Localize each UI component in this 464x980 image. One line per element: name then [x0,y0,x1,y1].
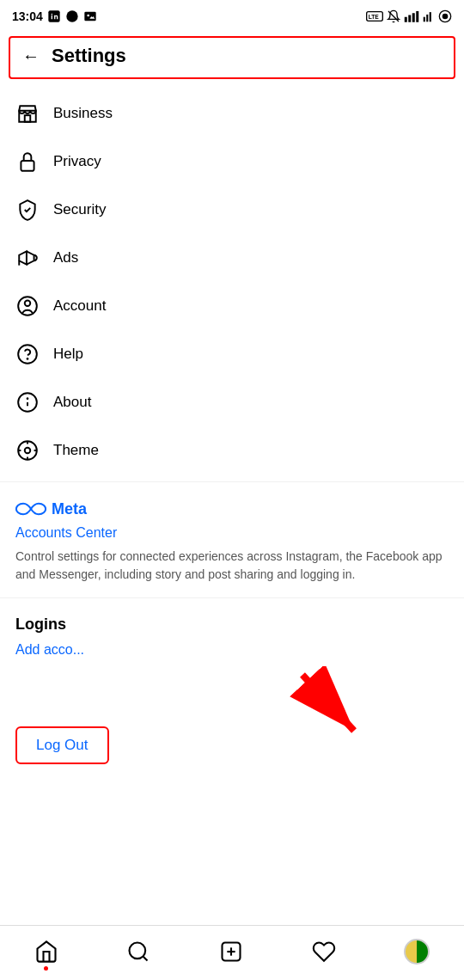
svg-point-22 [18,345,37,364]
svg-line-34 [302,675,354,731]
menu-item-business[interactable]: Business [0,89,464,138]
svg-rect-7 [405,17,407,22]
logout-button[interactable]: Log Out [15,726,109,764]
info-circle-icon [15,390,40,414]
svg-point-3 [87,15,89,17]
meta-infinity-icon [15,499,46,518]
settings-menu: Business Privacy Security [0,86,464,478]
svg-point-35 [130,942,146,959]
settings-header: ← Settings [9,36,455,79]
status-bar: 13:04 LTE [0,0,464,31]
megaphone-icon [15,246,40,270]
nav-profile[interactable] [404,939,430,965]
shield-check-icon [15,198,40,222]
theme-label: Theme [53,442,99,459]
menu-item-theme[interactable]: Theme [0,426,464,475]
help-label: Help [53,346,83,363]
svg-point-15 [443,14,449,20]
status-icons: LTE [366,9,452,23]
photo-icon [83,9,97,23]
nav-activity[interactable] [312,940,336,964]
arrow-container [15,675,449,726]
linkedin-icon [47,9,61,23]
svg-rect-10 [416,11,418,22]
nav-home[interactable] [34,940,58,964]
meta-logo-text: Meta [52,500,87,518]
svg-rect-13 [430,12,431,21]
logins-title: Logins [15,616,449,634]
privacy-label: Privacy [53,153,101,170]
circle-icon [65,9,79,23]
svg-marker-18 [19,251,27,264]
search-icon [126,940,150,964]
add-account-link[interactable]: Add acco... [15,642,449,658]
svg-rect-11 [424,17,425,22]
home-active-dot [44,966,48,971]
svg-point-1 [66,10,77,21]
svg-rect-16 [25,115,31,122]
profile-avatar [404,939,430,965]
help-circle-icon [15,342,40,366]
palette-icon [15,438,40,462]
accounts-center-link[interactable]: Accounts Center [15,525,449,541]
bottom-nav [0,925,464,980]
menu-item-security[interactable]: Security [0,186,464,234]
meta-description: Control settings for connected experienc… [15,548,449,584]
svg-rect-12 [426,15,428,21]
nav-create[interactable] [219,940,243,964]
heart-icon [312,940,336,964]
svg-text:LTE: LTE [369,14,380,20]
record-icon [438,9,452,23]
logins-section: Logins Add acco... [0,602,464,675]
business-label: Business [53,105,113,122]
svg-line-36 [143,956,148,960]
signal-icon [404,9,419,23]
menu-item-help[interactable]: Help [0,330,464,378]
about-label: About [53,394,91,411]
home-icon [34,940,58,964]
account-label: Account [53,297,106,315]
meta-section: Meta Accounts Center Control settings fo… [0,486,464,594]
divider-1 [0,481,464,482]
person-circle-icon [15,294,40,318]
menu-item-about[interactable]: About [0,378,464,426]
back-button[interactable]: ← [22,46,40,66]
svg-point-28 [25,448,31,454]
ads-label: Ads [53,249,78,266]
menu-item-account[interactable]: Account [0,282,464,330]
svg-rect-0 [48,10,59,21]
svg-point-21 [25,301,31,307]
signal2-icon [423,9,435,23]
meta-logo: Meta [15,499,449,518]
lte-icon: LTE [366,9,383,23]
menu-item-ads[interactable]: Ads [0,234,464,282]
bell-muted-icon [387,9,400,23]
svg-rect-9 [412,13,415,22]
svg-rect-2 [84,12,95,21]
red-arrow-icon [285,666,380,744]
svg-rect-8 [408,15,411,22]
lock-icon [15,150,40,174]
status-time: 13:04 [12,9,43,23]
create-icon [219,940,243,964]
divider-2 [0,597,464,598]
page-title: Settings [52,45,126,67]
logout-area: Log Out [0,675,464,778]
nav-search[interactable] [126,940,150,964]
security-label: Security [53,201,106,218]
store-icon [15,101,40,126]
menu-item-privacy[interactable]: Privacy [0,138,464,186]
svg-rect-17 [21,161,34,171]
